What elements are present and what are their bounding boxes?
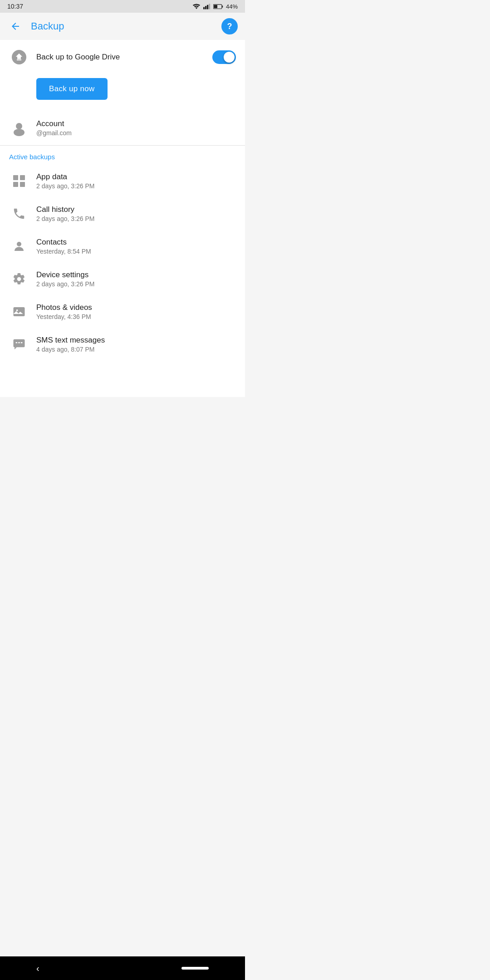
app-bar: Backup ?: [0, 13, 245, 40]
contacts-title: Contacts: [36, 238, 236, 247]
device-settings-time: 2 days ago, 3:26 PM: [36, 280, 236, 288]
photos-title: Photos & videos: [36, 303, 236, 312]
page-title: Backup: [31, 20, 214, 32]
gear-icon: [12, 272, 26, 286]
list-item[interactable]: App data 2 days ago, 3:26 PM: [0, 165, 245, 197]
list-item[interactable]: SMS text messages 4 days ago, 8:07 PM: [0, 328, 245, 361]
app-data-text: App data 2 days ago, 3:26 PM: [29, 172, 236, 190]
list-item[interactable]: Device settings 2 days ago, 3:26 PM: [0, 263, 245, 295]
svg-rect-13: [20, 182, 25, 187]
svg-point-9: [14, 129, 24, 136]
photos-text: Photos & videos Yesterday, 4:36 PM: [29, 303, 236, 320]
sms-icon: [12, 338, 26, 351]
toggle-track: [212, 50, 236, 64]
bottom-spacer: [0, 361, 245, 397]
active-backups-header: Active backups: [0, 146, 245, 165]
photos-icon-container: [9, 302, 29, 322]
device-settings-icon-container: [9, 269, 29, 289]
contacts-text: Contacts Yesterday, 8:54 PM: [29, 238, 236, 255]
back-arrow-icon: [10, 21, 21, 32]
grid-icon: [12, 174, 26, 188]
svg-rect-1: [205, 6, 206, 9]
sms-title: SMS text messages: [36, 336, 236, 345]
contacts-time: Yesterday, 8:54 PM: [36, 248, 236, 255]
backup-to-drive-row: Back up to Google Drive: [0, 40, 245, 74]
device-settings-text: Device settings 2 days ago, 3:26 PM: [29, 270, 236, 288]
app-data-title: App data: [36, 172, 236, 181]
backup-to-drive-label-container: Back up to Google Drive: [29, 53, 212, 62]
svg-rect-10: [13, 175, 18, 180]
list-item[interactable]: Photos & videos Yesterday, 4:36 PM: [0, 295, 245, 328]
svg-point-16: [16, 309, 18, 311]
contacts-person-icon: [12, 240, 26, 253]
signal-icon: [203, 3, 211, 10]
svg-point-8: [16, 123, 22, 129]
account-email: @gmail.com: [36, 129, 236, 137]
svg-rect-5: [222, 5, 223, 8]
cloud-upload-icon: [11, 49, 27, 65]
contacts-icon-container: [9, 236, 29, 256]
phone-icon: [12, 207, 26, 220]
battery-percent: 44%: [226, 3, 238, 10]
device-settings-title: Device settings: [36, 270, 236, 279]
svg-rect-0: [203, 7, 205, 10]
photos-time: Yesterday, 4:36 PM: [36, 313, 236, 320]
back-button[interactable]: [7, 18, 24, 34]
sms-text: SMS text messages 4 days ago, 8:07 PM: [29, 336, 236, 353]
active-backups-label: Active backups: [9, 153, 55, 161]
call-history-icon-container: [9, 204, 29, 224]
account-icon-container: [9, 118, 29, 138]
backup-toggle[interactable]: [212, 50, 236, 64]
svg-point-14: [17, 242, 21, 246]
call-history-time: 2 days ago, 3:26 PM: [36, 215, 236, 222]
svg-rect-2: [207, 5, 208, 10]
status-bar: 10:37 44%: [0, 0, 245, 13]
sms-time: 4 days ago, 8:07 PM: [36, 346, 236, 353]
account-info: Account @gmail.com: [29, 119, 236, 137]
app-data-time: 2 days ago, 3:26 PM: [36, 182, 236, 190]
toggle-thumb: [224, 52, 235, 63]
list-item[interactable]: Call history 2 days ago, 3:26 PM: [0, 197, 245, 230]
help-button[interactable]: ?: [221, 18, 238, 34]
svg-rect-12: [13, 182, 18, 187]
account-person-icon: [11, 120, 27, 136]
svg-rect-11: [20, 175, 25, 180]
account-row[interactable]: Account @gmail.com: [0, 111, 245, 145]
app-data-icon-container: [9, 171, 29, 191]
wifi-icon: [192, 3, 201, 10]
svg-rect-20: [21, 342, 23, 343]
call-history-title: Call history: [36, 205, 236, 214]
backup-now-row: Back up now: [0, 74, 245, 111]
svg-rect-15: [14, 307, 25, 316]
call-history-text: Call history 2 days ago, 3:26 PM: [29, 205, 236, 222]
cloud-icon-container: [9, 47, 29, 67]
help-icon: ?: [227, 22, 232, 31]
sms-icon-container: [9, 334, 29, 354]
list-item[interactable]: Contacts Yesterday, 8:54 PM: [0, 230, 245, 263]
backup-now-button[interactable]: Back up now: [36, 78, 108, 100]
account-label: Account: [36, 119, 236, 128]
svg-rect-19: [18, 342, 20, 343]
backup-to-drive-label: Back up to Google Drive: [36, 53, 120, 61]
photo-icon: [12, 305, 26, 318]
svg-rect-18: [16, 342, 18, 343]
svg-rect-6: [214, 5, 217, 8]
battery-icon: [213, 4, 223, 10]
svg-rect-3: [209, 4, 210, 9]
status-icons: 44%: [192, 3, 238, 10]
status-time: 10:37: [7, 3, 23, 10]
